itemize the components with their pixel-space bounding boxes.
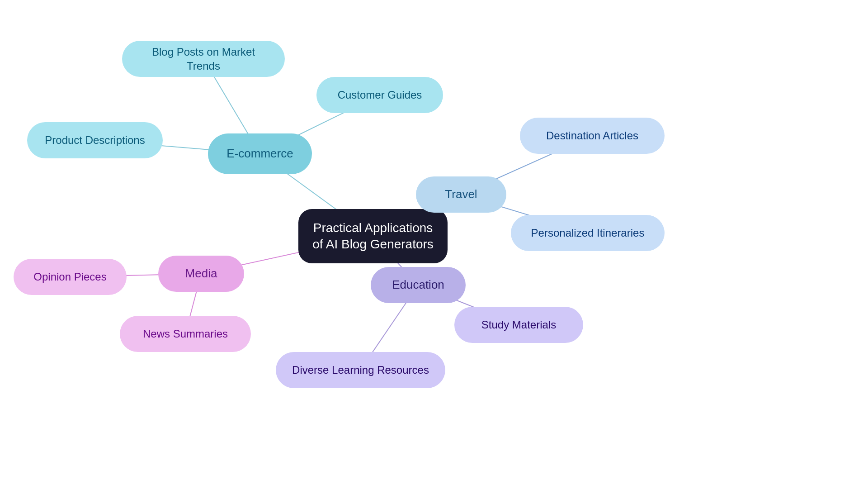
personalized-itin-node: Personalized Itineraries bbox=[511, 215, 665, 251]
ecommerce-node: E-commerce bbox=[208, 133, 312, 174]
product-desc-node: Product Descriptions bbox=[27, 122, 163, 158]
opinion-pieces-label: Opinion Pieces bbox=[33, 270, 106, 284]
travel-label: Travel bbox=[445, 187, 477, 202]
travel-node: Travel bbox=[416, 176, 506, 213]
media-node: Media bbox=[158, 256, 244, 292]
product-desc-label: Product Descriptions bbox=[45, 133, 145, 147]
blog-posts-label: Blog Posts on Market Trends bbox=[136, 45, 271, 73]
study-materials-node: Study Materials bbox=[454, 307, 583, 343]
study-materials-label: Study Materials bbox=[481, 318, 556, 332]
customer-guides-node: Customer Guides bbox=[316, 77, 443, 113]
news-summaries-label: News Summaries bbox=[143, 327, 228, 341]
destination-articles-node: Destination Articles bbox=[520, 118, 665, 154]
destination-articles-label: Destination Articles bbox=[546, 128, 638, 143]
education-label: Education bbox=[392, 277, 444, 293]
ecommerce-label: E-commerce bbox=[226, 146, 293, 162]
news-summaries-node: News Summaries bbox=[120, 316, 251, 352]
customer-guides-label: Customer Guides bbox=[338, 88, 422, 102]
center-node: Practical Applications of AI Blog Genera… bbox=[298, 209, 448, 263]
blog-posts-node: Blog Posts on Market Trends bbox=[122, 41, 285, 77]
diverse-learning-label: Diverse Learning Resources bbox=[292, 363, 429, 377]
opinion-pieces-node: Opinion Pieces bbox=[14, 259, 127, 295]
diverse-learning-node: Diverse Learning Resources bbox=[276, 352, 445, 388]
media-label: Media bbox=[185, 266, 217, 281]
education-node: Education bbox=[371, 267, 466, 303]
center-label: Practical Applications of AI Blog Genera… bbox=[312, 220, 434, 253]
personalized-itin-label: Personalized Itineraries bbox=[531, 226, 645, 240]
